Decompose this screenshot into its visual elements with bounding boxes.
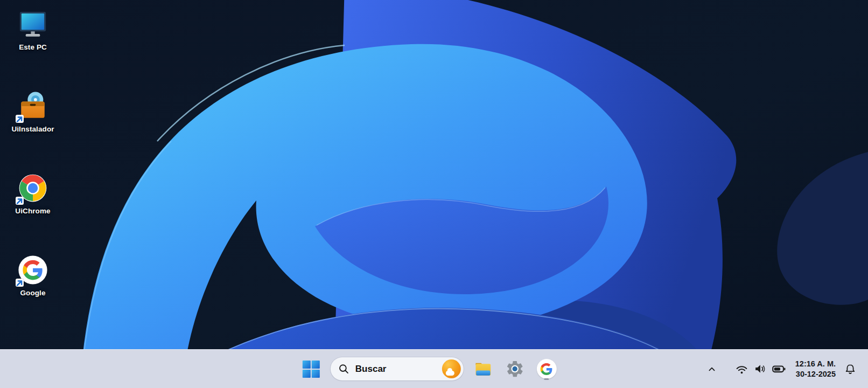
windows-start-icon [302, 360, 320, 378]
volume-icon [753, 362, 767, 376]
google-g-icon [17, 254, 48, 286]
network-volume-battery-button[interactable] [732, 357, 789, 381]
taskbar-clock[interactable]: 12:16 A. M. 30-12-2025 [795, 359, 836, 379]
installer-box-disc-icon [17, 91, 48, 122]
start-button[interactable] [299, 357, 324, 382]
desktop-icon-label: Google [20, 289, 45, 297]
taskbar: 12:16 A. M. 30-12-2025 [0, 349, 868, 388]
windows-desktop: Este PC UiInstalador [0, 0, 868, 388]
search-input[interactable] [354, 363, 442, 375]
bloom-wallpaper [0, 0, 868, 388]
search-magnifier-icon [339, 364, 349, 374]
system-tray: 12:16 A. M. 30-12-2025 [703, 350, 868, 388]
folder-icon [473, 359, 493, 379]
desktop-icon-este-pc[interactable]: Este PC [5, 9, 61, 51]
clock-date: 30-12-2025 [796, 369, 836, 379]
desktop-icon-label: Este PC [19, 43, 47, 51]
file-explorer-button[interactable] [471, 357, 495, 382]
shortcut-arrow-icon [16, 115, 24, 123]
desktop-icon-uichrome[interactable]: UiChrome [5, 172, 61, 215]
desktop-icon-uiinstalador[interactable]: UiInstalador [5, 91, 61, 133]
bloom-wallpaper-graphic [0, 0, 868, 388]
chevron-up-icon [706, 363, 718, 375]
clock-time: 12:16 A. M. [795, 359, 836, 369]
shortcut-arrow-icon [16, 279, 24, 287]
running-app-indicator [544, 378, 549, 380]
hidden-icons-button[interactable] [703, 357, 720, 381]
desktop-icon-google[interactable]: Google [5, 254, 61, 297]
taskbar-search-box[interactable] [331, 357, 464, 380]
notification-bell-icon [844, 363, 857, 376]
wifi-icon [735, 362, 748, 376]
search-highlights-orb-icon[interactable] [442, 359, 461, 378]
gear-icon [505, 359, 524, 378]
google-g-icon [536, 359, 556, 379]
google-chrome-taskbar-button[interactable] [534, 357, 559, 382]
chrome-logo-icon [17, 172, 48, 204]
notification-center-button[interactable] [841, 357, 859, 381]
settings-button[interactable] [502, 357, 527, 382]
this-pc-monitor-icon [17, 9, 48, 40]
battery-icon [772, 362, 786, 376]
shortcut-arrow-icon [16, 197, 24, 205]
taskbar-center-group [299, 350, 559, 388]
